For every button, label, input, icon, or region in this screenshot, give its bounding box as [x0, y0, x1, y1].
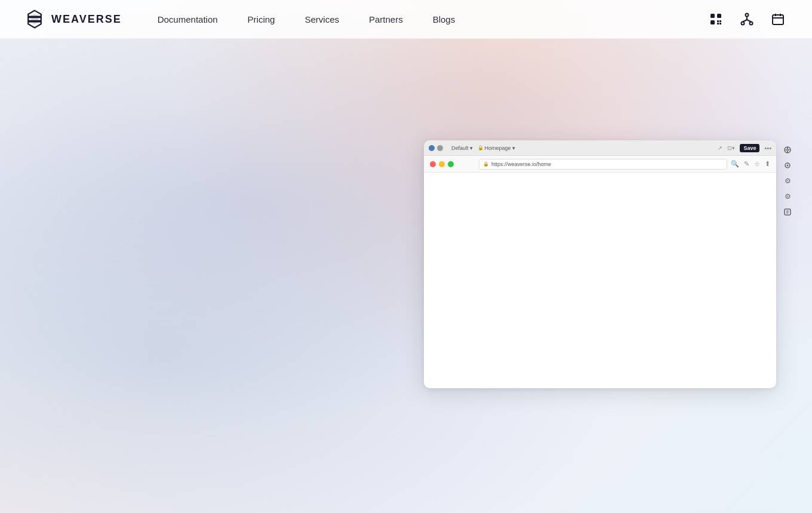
browser-tab-controls: Default ▾ 🔒 Homepage ▾ [451, 145, 714, 151]
svg-rect-17 [773, 15, 783, 24]
browser-address-bar: 🔒 https://weaverse.io/home 🔍 ✎ ☆ ⬆ [424, 156, 776, 173]
svg-marker-3 [31, 14, 39, 24]
edit-icon[interactable]: ✎ [744, 160, 749, 168]
git-icon [740, 13, 753, 26]
view-toggle[interactable]: ⊡▾ [727, 145, 735, 151]
svg-point-12 [742, 22, 745, 25]
nav-link-partners[interactable]: Partners [369, 14, 403, 24]
bookmark-icon[interactable]: ☆ [754, 160, 760, 168]
svg-rect-10 [719, 23, 721, 24]
share-icon[interactable]: ↗ [718, 145, 722, 151]
tab-icon-1 [429, 145, 435, 151]
default-dropdown[interactable]: Default ▾ [451, 145, 473, 151]
nav-link-blogs[interactable]: Blogs [433, 14, 456, 24]
tab-icon-2 [437, 145, 443, 151]
side-icon-3[interactable]: ⚙ [783, 176, 792, 186]
git-icon-button[interactable] [737, 9, 757, 29]
nav-link-services[interactable]: Services [304, 14, 339, 24]
svg-line-16 [747, 20, 751, 22]
svg-rect-9 [717, 23, 719, 24]
logo-icon [24, 8, 45, 30]
browser-tab-bar: Default ▾ 🔒 Homepage ▾ ↗ ⊡▾ Save ••• [424, 140, 776, 156]
url-field[interactable]: 🔒 https://weaverse.io/home [479, 159, 727, 170]
lock-icon: 🔒 [483, 161, 489, 167]
side-icon-2[interactable] [783, 161, 792, 170]
logo-text: WEAVERSE [51, 13, 122, 26]
svg-rect-6 [710, 20, 715, 24]
main-content: Default ▾ 🔒 Homepage ▾ ↗ ⊡▾ Save ••• [0, 39, 812, 513]
nav-link-pricing[interactable]: Pricing [248, 14, 275, 24]
maximize-dot[interactable] [448, 161, 454, 167]
close-dot[interactable] [430, 161, 436, 167]
browser-mockup: Default ▾ 🔒 Homepage ▾ ↗ ⊡▾ Save ••• [424, 140, 776, 388]
logo[interactable]: WEAVERSE [24, 8, 122, 30]
address-bar-icons: 🔍 ✎ ☆ ⬆ [731, 160, 770, 168]
nav-actions [706, 9, 788, 29]
browser-action-controls: ↗ ⊡▾ Save ••• [718, 144, 771, 152]
svg-point-13 [750, 22, 753, 25]
browser-tab-icons [429, 145, 443, 151]
nav-link-documentation[interactable]: Documentation [158, 14, 218, 24]
homepage-dropdown[interactable]: 🔒 Homepage ▾ [478, 145, 515, 151]
calendar-icon [771, 13, 785, 26]
search-icon[interactable]: 🔍 [731, 160, 739, 168]
calendar-icon-button[interactable] [768, 9, 788, 29]
svg-line-15 [743, 20, 747, 22]
side-icon-1[interactable] [783, 145, 792, 155]
share-icon-addr[interactable]: ⬆ [765, 160, 770, 168]
side-icon-5[interactable] [783, 207, 792, 217]
svg-point-11 [746, 14, 749, 17]
save-button[interactable]: Save [740, 144, 759, 152]
svg-rect-4 [710, 14, 715, 18]
svg-rect-8 [719, 20, 721, 22]
more-options-icon[interactable]: ••• [764, 145, 771, 152]
svg-point-24 [787, 165, 789, 167]
traffic-lights [430, 161, 454, 167]
grid-icon-button[interactable] [706, 9, 726, 29]
svg-rect-7 [717, 20, 719, 22]
minimize-dot[interactable] [439, 161, 445, 167]
nav-links: Documentation Pricing Services Partners … [158, 14, 706, 24]
navbar: WEAVERSE Documentation Pricing Services … [0, 0, 812, 39]
side-panel: ⚙ ⚙ [781, 140, 794, 373]
side-icon-4[interactable]: ⚙ [783, 192, 792, 201]
browser-body [424, 173, 776, 365]
svg-rect-5 [717, 14, 721, 18]
grid-icon [709, 13, 722, 26]
